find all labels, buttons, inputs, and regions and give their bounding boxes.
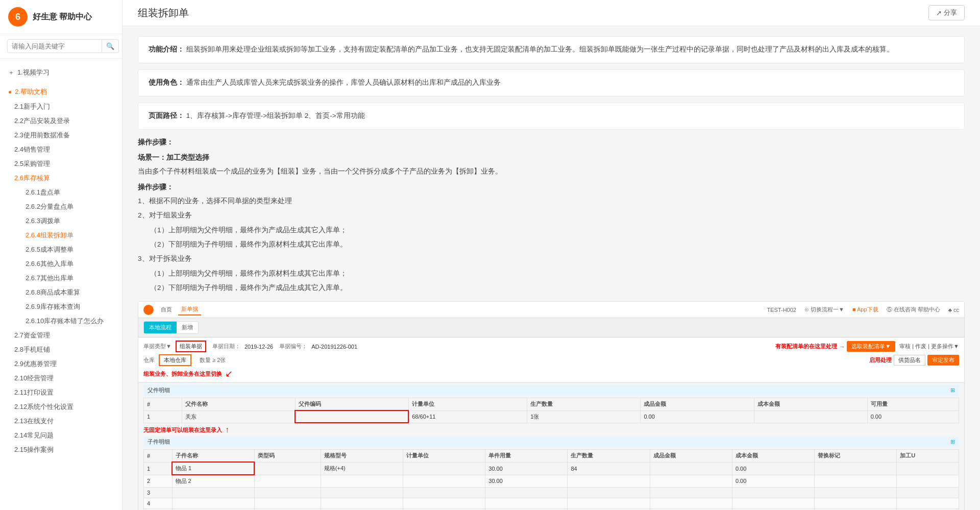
annotation3-text: 启用处理	[869, 356, 892, 364]
sidebar-item-finance[interactable]: 2.7资金管理	[14, 328, 122, 343]
step2-1: （1）上部明细为父件明细，最终作为产成品生成其它入库单；	[138, 224, 965, 236]
sim-lower-row-3: 3	[144, 488, 959, 498]
role-label: 使用角色：	[149, 79, 184, 86]
sim-topbar: 自页 新单据 TEST-H002 ⊙ 切换流程一▼ ■ App下载 ⑤ 在线咨询…	[138, 302, 964, 318]
sim-form-row1: 单据类型▼ 组装单据 单据日期： 2019-12-26 单据编号： AD-201…	[143, 341, 959, 352]
sidebar-item-assembly[interactable]: 2.6.4组装拆卸单	[21, 228, 122, 242]
sim-nav-newdoc[interactable]: 新单据	[178, 304, 201, 315]
sidebar-item-install[interactable]: 2.2产品安装及登录	[14, 114, 122, 128]
sim-window-bar: 本地流程 新增	[138, 318, 964, 337]
sim-nav: 自页 新单据	[158, 304, 201, 315]
topbar: 组装拆卸单 ↗ 分享	[122, 0, 980, 26]
sim-tab-bar: 本地流程 新增	[143, 321, 199, 334]
sim-upper-title: 父件明细	[148, 386, 170, 394]
sim-upper-col-qty: 成品金额	[641, 398, 754, 411]
sim-annotation-area1: 有装配清单的在这里处理 → 选取装配清单▼ 审核 | 作废 | 更多操作▼	[775, 341, 959, 352]
sim-upper-cell-code	[295, 410, 408, 423]
sim-date-label: 单据日期：	[212, 343, 240, 350]
sidebar-item-help-docs[interactable]: ● 2.帮助文档	[0, 84, 122, 100]
step3-1: （1）上部明细为父件明细，最终作为原材料生成其它出库单；	[138, 268, 965, 280]
sim-teal-btn: ■ App下载	[852, 306, 878, 313]
sidebar-item-video-learning[interactable]: ＋ 1.视频学习	[0, 65, 122, 80]
sim-upper-cell-unit: 1张	[527, 410, 641, 423]
sidebar-item-inventory-fix[interactable]: 2.6.10库存账本错了怎么办	[21, 314, 122, 328]
sim-more-btns: 审核 | 作废 | 更多操作▼	[899, 343, 959, 350]
sim-confirm-btn[interactable]: 审定发布	[927, 355, 959, 366]
sidebar-item-other-in[interactable]: 2.6.6其他入库单	[21, 257, 122, 271]
app-name: 好生意 帮助中心	[33, 12, 92, 22]
sim-upper-col-unit: 生产数量	[527, 398, 641, 411]
sim-upper-body: 1 关东 68/60+11 1张 0.00 0.00	[144, 410, 959, 423]
sim-form-area: 单据类型▼ 组装单据 单据日期： 2019-12-26 单据编号： AD-201…	[138, 337, 964, 383]
share-button[interactable]: ↗ 分享	[928, 5, 965, 20]
path-text: 1、库存核算->库存管理->组装拆卸单 2、首页->常用功能	[186, 112, 365, 119]
sidebar-item-ops[interactable]: 2.10经营管理	[14, 371, 122, 385]
sidebar-item-newbie[interactable]: 2.1新手入门	[14, 100, 122, 114]
sim-tab-new[interactable]: 新增	[177, 322, 198, 333]
sim-qty-label: 数量 ≥ 2张	[200, 356, 226, 364]
sidebar-item-cases[interactable]: 2.15操作案例	[14, 443, 122, 457]
sim-logo-icon	[143, 305, 154, 315]
sim-lower-section: 子件明细 ⊞ # 子件名称 类型码 规格型号 计量单位 单件用量	[138, 436, 964, 510]
sidebar-item-print[interactable]: 2.11打印设置	[14, 385, 122, 400]
sidebar-item-customize[interactable]: 2.12系统个性化设置	[14, 400, 122, 414]
steps-label: 操作步骤：	[138, 183, 965, 192]
intro-text: 组装拆卸单用来处理企业组装或拆卸等加工业务，支持有固定装配清单的产品加工业务，也…	[186, 45, 894, 53]
sidebar-item-coupon[interactable]: 2.9优惠券管理	[14, 357, 122, 371]
sidebar-item-purchase[interactable]: 2.5采购管理	[14, 157, 122, 171]
sidebar-item-partial-stocktake[interactable]: 2.6.2分量盘点单	[21, 200, 122, 214]
ops-title: 操作步骤：	[138, 138, 965, 147]
plus-icon: ＋	[8, 68, 14, 77]
screenshot-container: 自页 新单据 TEST-H002 ⊙ 切换流程一▼ ■ App下载 ⑤ 在线咨询…	[138, 301, 965, 510]
sim-lower-expand[interactable]: ⊞	[950, 439, 955, 445]
sidebar-item-stocktake[interactable]: 2.6.1盘点单	[21, 185, 122, 200]
annotation1-arrow: →	[839, 344, 845, 350]
sim-user: ♣ cc	[948, 307, 959, 313]
search-input[interactable]	[7, 39, 102, 53]
search-area: 🔍	[0, 34, 122, 59]
sim-app-id: TEST-H002	[767, 307, 796, 313]
sidebar-item-cost-recalc[interactable]: 2.6.8商品成本重算	[21, 285, 122, 300]
step3-2: （2）下部明细为子件明细，最终作为产成品生成其它入库单。	[138, 282, 965, 294]
sim-doctype-select[interactable]: 组装单据	[176, 341, 206, 352]
sim-lower-row-2: 2 物品 2 30.00 0.00	[144, 475, 959, 488]
sim-enable-btn[interactable]: 供货品名	[894, 355, 925, 366]
sim-upper-cell-num: 1	[144, 410, 182, 423]
sidebar-item-inventory-query[interactable]: 2.6.9库存账本查询	[21, 300, 122, 314]
step1: 1、根据不同的业务，选择不同单据的类型来处理	[138, 195, 965, 207]
sidebar-item-transfer[interactable]: 2.6.3调拨单	[21, 214, 122, 228]
sim-upper-header-row: # 父件名称 父件编码 计量单位 生产数量 成品金额 成本金额 可用量	[144, 398, 959, 411]
nav-section-2: ● 2.帮助文档 2.1新手入门 2.2产品安装及登录 2.3使用前数据准备 2…	[0, 82, 122, 459]
sim-tab-active[interactable]: 本地流程	[144, 322, 177, 333]
nav-sub-sub-inventory: 2.6.1盘点单 2.6.2分量盘点单 2.6.3调拨单 2.6.4组装拆卸单 …	[14, 185, 122, 328]
sim-upper-cell-name: 关东	[182, 410, 295, 423]
sim-form-row2: 仓库 本地仓库 数量 ≥ 2张 启用处理 供货品名 审定发布	[143, 354, 959, 366]
annotation4-arrow: ↑	[225, 425, 229, 434]
minus-icon: ●	[8, 88, 12, 95]
logo-area: 6 好生意 帮助中心	[0, 0, 122, 34]
sim-lower-col-per: 单件用量	[485, 450, 568, 463]
sim-lower-col-replace: 替换标记	[815, 450, 897, 463]
sidebar-item-faq[interactable]: 2.14常见问题	[14, 428, 122, 443]
sim-upper-section: 父件明细 ⊞ # 父件名称 父件编码 计量单位 生产数量 成品金额	[138, 383, 964, 425]
annotation1-text: 有装配清单的在这里处理	[775, 343, 837, 350]
sidebar-item-cost-adjust[interactable]: 2.6.5成本调整单	[21, 242, 122, 257]
sim-upper-col-code: 父件编码	[295, 398, 408, 411]
sidebar-item-payment[interactable]: 2.13在线支付	[14, 414, 122, 428]
sidebar-item-mobile[interactable]: 2.8手机旺铺	[14, 343, 122, 357]
nav-sub-2: 2.1新手入门 2.2产品安装及登录 2.3使用前数据准备 2.4销售管理 2.…	[0, 100, 122, 457]
sim-upper-expand[interactable]: ⊞	[950, 387, 955, 394]
sim-upper-col-num: #	[144, 398, 182, 411]
step2: 2、对于组装业务	[138, 209, 965, 222]
sidebar-item-sales[interactable]: 2.4销售管理	[14, 142, 122, 157]
sim-warehouse-select[interactable]: 本地仓库	[159, 354, 191, 366]
sim-upper-cell-cost: 0.00	[867, 410, 959, 423]
main-area: 组装拆卸单 ↗ 分享 功能介绍： 组装拆卸单用来处理企业组装或拆卸等加工业务，支…	[122, 0, 980, 510]
sim-app: 自页 新单据 TEST-H002 ⊙ 切换流程一▼ ■ App下载 ⑤ 在线咨询…	[138, 302, 964, 510]
sidebar-item-inventory[interactable]: 2.6库存核算	[14, 171, 122, 185]
sidebar-item-other-out[interactable]: 2.6.7其他出库单	[21, 271, 122, 285]
sidebar-item-data-prep[interactable]: 2.3使用前数据准备	[14, 128, 122, 142]
search-button[interactable]: 🔍	[102, 39, 119, 53]
sim-select-bom-btn[interactable]: 选取装配清单▼	[847, 341, 895, 352]
sim-nav-home[interactable]: 自页	[158, 304, 175, 315]
